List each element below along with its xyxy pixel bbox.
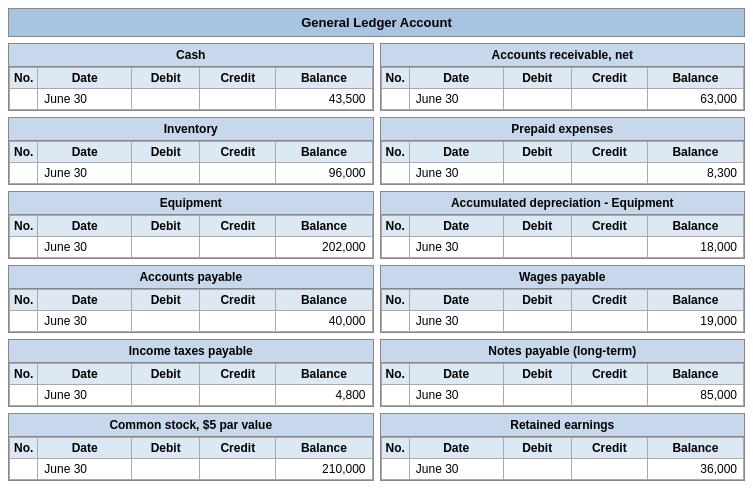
col-header-debit: Debit [503,216,571,237]
row-date: June 30 [409,311,503,332]
page-title: General Ledger Account [8,8,745,37]
col-header-date: Date [409,438,503,459]
row-debit [132,237,200,258]
account-title-equipment: Equipment [9,192,373,215]
account-title-income-taxes-payable: Income taxes payable [9,340,373,363]
row-date: June 30 [38,385,132,406]
row-date: June 30 [38,163,132,184]
account-block-accounts-payable: Accounts payableNo.DateDebitCreditBalanc… [8,265,374,333]
col-header-date: Date [409,142,503,163]
row-debit [503,163,571,184]
row-balance: 202,000 [276,237,372,258]
account-table-inventory: No.DateDebitCreditBalanceJune 3096,000 [9,141,373,184]
row-debit [132,385,200,406]
col-header-credit: Credit [200,68,276,89]
account-block-common-stock: Common stock, $5 par valueNo.DateDebitCr… [8,413,374,481]
row-debit [132,163,200,184]
col-header-balance: Balance [276,290,372,311]
row-balance: 210,000 [276,459,372,480]
account-block-accumulated-depreciation: Accumulated depreciation - EquipmentNo.D… [380,191,746,259]
account-table-accumulated-depreciation: No.DateDebitCreditBalanceJune 3018,000 [381,215,745,258]
account-block-cash: CashNo.DateDebitCreditBalanceJune 3043,5… [8,43,374,111]
row-date: June 30 [409,89,503,110]
account-block-accounts-receivable: Accounts receivable, netNo.DateDebitCred… [380,43,746,111]
accounts-grid: CashNo.DateDebitCreditBalanceJune 3043,5… [8,43,745,481]
row-date: June 30 [38,311,132,332]
col-header-debit: Debit [503,364,571,385]
account-title-cash: Cash [9,44,373,67]
col-header-date: Date [409,364,503,385]
row-no [381,237,409,258]
row-date: June 30 [409,237,503,258]
account-title-wages-payable: Wages payable [381,266,745,289]
row-balance: 96,000 [276,163,372,184]
col-header-date: Date [409,68,503,89]
account-table-accounts-receivable: No.DateDebitCreditBalanceJune 3063,000 [381,67,745,110]
row-credit [200,459,276,480]
col-header-no: No. [10,364,38,385]
row-debit [132,459,200,480]
account-table-equipment: No.DateDebitCreditBalanceJune 30202,000 [9,215,373,258]
row-balance: 19,000 [647,311,743,332]
row-date: June 30 [38,459,132,480]
account-table-accounts-payable: No.DateDebitCreditBalanceJune 3040,000 [9,289,373,332]
row-balance: 4,800 [276,385,372,406]
row-no [10,459,38,480]
account-table-prepaid-expenses: No.DateDebitCreditBalanceJune 308,300 [381,141,745,184]
col-header-credit: Credit [571,142,647,163]
row-date: June 30 [409,459,503,480]
col-header-credit: Credit [571,290,647,311]
col-header-credit: Credit [200,438,276,459]
col-header-credit: Credit [571,364,647,385]
col-header-date: Date [38,290,132,311]
col-header-debit: Debit [132,364,200,385]
account-block-notes-payable: Notes payable (long-term)No.DateDebitCre… [380,339,746,407]
row-debit [132,311,200,332]
col-header-date: Date [38,68,132,89]
col-header-credit: Credit [571,216,647,237]
col-header-no: No. [381,142,409,163]
col-header-date: Date [38,216,132,237]
account-title-accumulated-depreciation: Accumulated depreciation - Equipment [381,192,745,215]
row-debit [132,89,200,110]
col-header-no: No. [10,290,38,311]
row-no [381,89,409,110]
row-credit [571,163,647,184]
col-header-balance: Balance [647,290,743,311]
row-credit [200,89,276,110]
row-balance: 40,000 [276,311,372,332]
row-debit [503,89,571,110]
row-no [10,89,38,110]
col-header-balance: Balance [276,68,372,89]
row-date: June 30 [409,163,503,184]
col-header-no: No. [10,142,38,163]
row-credit [571,385,647,406]
row-credit [571,89,647,110]
col-header-debit: Debit [132,216,200,237]
col-header-date: Date [409,290,503,311]
account-table-wages-payable: No.DateDebitCreditBalanceJune 3019,000 [381,289,745,332]
col-header-no: No. [381,364,409,385]
col-header-debit: Debit [132,290,200,311]
col-header-credit: Credit [200,216,276,237]
col-header-credit: Credit [200,364,276,385]
account-title-accounts-payable: Accounts payable [9,266,373,289]
account-title-prepaid-expenses: Prepaid expenses [381,118,745,141]
row-no [381,163,409,184]
col-header-balance: Balance [647,216,743,237]
row-debit [503,311,571,332]
row-date: June 30 [38,237,132,258]
row-debit [503,459,571,480]
row-credit [200,385,276,406]
col-header-no: No. [10,68,38,89]
row-debit [503,385,571,406]
row-balance: 36,000 [647,459,743,480]
account-table-retained-earnings: No.DateDebitCreditBalanceJune 3036,000 [381,437,745,480]
col-header-no: No. [381,216,409,237]
account-block-wages-payable: Wages payableNo.DateDebitCreditBalanceJu… [380,265,746,333]
row-no [10,311,38,332]
account-table-cash: No.DateDebitCreditBalanceJune 3043,500 [9,67,373,110]
row-credit [200,163,276,184]
row-no [381,459,409,480]
col-header-date: Date [38,438,132,459]
